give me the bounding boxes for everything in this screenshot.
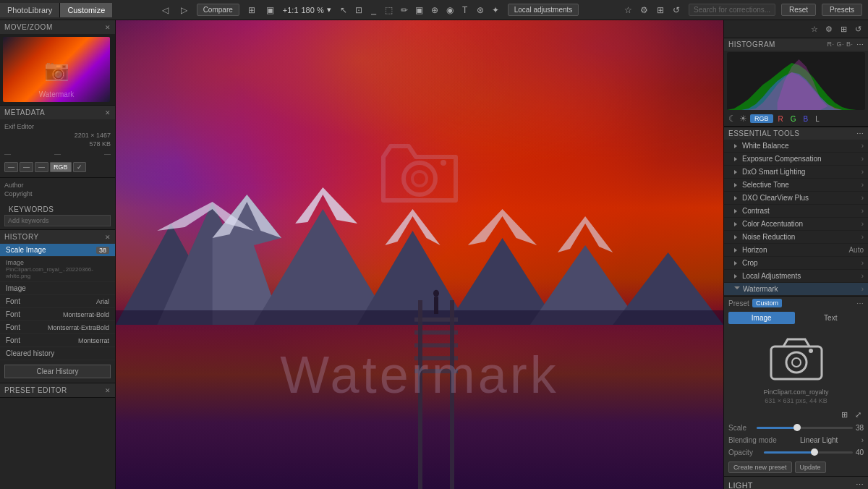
- back-icon[interactable]: ◁: [159, 4, 172, 17]
- star-icon[interactable]: ☆: [809, 23, 820, 35]
- history-header[interactable]: HISTORY ✕: [0, 230, 115, 244]
- tab-customize[interactable]: Customize: [60, 3, 112, 17]
- wm-tab-text[interactable]: Text: [798, 312, 864, 324]
- tool-arrow-watermark: ›: [861, 285, 864, 293]
- keywords-input[interactable]: [4, 215, 111, 226]
- history-item-cleared[interactable]: Cleared history: [0, 347, 115, 360]
- histogram-section: HISTOGRAM R· G· B· ⋯: [724, 38, 868, 127]
- update-button[interactable]: Update: [795, 462, 826, 473]
- preset-editor-title: PRESET EDITOR: [4, 386, 67, 394]
- sun-icon[interactable]: ☀: [739, 114, 747, 124]
- tools-expand-icon: ⋯: [856, 129, 864, 137]
- clear-history-button[interactable]: Clear History: [4, 365, 111, 378]
- ch-btn-check[interactable]: ✓: [73, 162, 86, 172]
- opacity-slider[interactable]: [764, 451, 853, 454]
- brush-icon[interactable]: ✏: [398, 4, 411, 17]
- gear-icon[interactable]: ⚙: [638, 4, 651, 17]
- text-icon[interactable]: T: [459, 4, 472, 17]
- green-channel-tab[interactable]: G: [788, 114, 799, 124]
- scale-slider-thumb: [793, 424, 801, 431]
- font-val-3: Montserrat-ExtraBold: [48, 324, 109, 331]
- history-item-font3[interactable]: Font Montserrat-ExtraBold: [0, 321, 115, 334]
- ch-btn-rgb[interactable]: RGB: [50, 162, 72, 172]
- tool-local-adj[interactable]: Local Adjustments ›: [724, 270, 868, 283]
- compare-button[interactable]: Compare: [197, 4, 239, 16]
- moon-icon[interactable]: ☾: [728, 114, 736, 124]
- clone-icon[interactable]: ⊕: [428, 4, 441, 17]
- wm-tab-image[interactable]: Image: [728, 312, 795, 324]
- camera-preview: [724, 326, 868, 387]
- create-preset-button[interactable]: Create new preset: [728, 462, 792, 473]
- watermark-more-icon[interactable]: ⋯: [856, 299, 864, 307]
- tool-white-balance[interactable]: White Balance ›: [724, 140, 868, 153]
- zoom-minus[interactable]: +1:1: [283, 6, 299, 14]
- history-item-font1[interactable]: Font Arial: [0, 295, 115, 308]
- grid-settings-icon[interactable]: ⊞: [654, 4, 667, 17]
- right-panel-top-icons: ☆ ⚙ ⊞ ↺: [724, 20, 868, 38]
- tool-horizon[interactable]: Horizon Auto: [724, 244, 868, 257]
- watermark-icon[interactable]: ⊛: [474, 4, 487, 17]
- wm-grid-icon[interactable]: ⊞: [838, 409, 850, 420]
- crop-icon[interactable]: ⊡: [352, 4, 365, 17]
- tool-exposure[interactable]: Exposure Compensation ›: [724, 153, 868, 166]
- tool-noise-reduction[interactable]: Noise Reduction ›: [724, 231, 868, 244]
- gear-icon-right[interactable]: ⚙: [823, 23, 835, 35]
- forward-icon[interactable]: ▷: [178, 4, 191, 17]
- history-item-image1[interactable]: Image PinClipart.com_royal_..20220366-wh…: [0, 257, 115, 282]
- preset-editor-header[interactable]: PRESET EDITOR ✕: [0, 383, 115, 397]
- gradient-icon[interactable]: ▣: [413, 4, 426, 17]
- tab-photo-library[interactable]: PhotoLibrary: [0, 3, 60, 17]
- watermark-preset-row: Preset Custom ⋯: [724, 297, 868, 310]
- sun-settings-icon[interactable]: ☆: [622, 4, 635, 17]
- tool-icons: ↖ ⊡ ⎯ ⬚ ✏ ▣ ⊕ ◉ T ⊛ ✦: [337, 4, 502, 17]
- redeye-icon[interactable]: ◉: [443, 4, 456, 17]
- top-bar: PhotoLibrary Customize ◁ ▷ Compare ⊞ ▣ +…: [0, 0, 868, 20]
- single-icon[interactable]: ▣: [264, 4, 277, 17]
- move-zoom-section: MOVE/ZOOM ✕ 📷 Watermark: [0, 20, 115, 106]
- metadata-header[interactable]: METADATA ✕: [0, 106, 115, 119]
- tool-smart-lighting[interactable]: DxO Smart Lighting ›: [724, 166, 868, 179]
- histogram-expand-icon[interactable]: ⋯: [856, 41, 864, 48]
- blue-channel-tab[interactable]: B: [801, 114, 811, 124]
- font-val-2: Montserrat-Bold: [63, 311, 109, 318]
- reload-icon[interactable]: ↺: [852, 23, 864, 35]
- grid-icon[interactable]: ⊞: [245, 4, 258, 17]
- custom-badge[interactable]: Custom: [752, 299, 782, 307]
- scale-slider[interactable]: [757, 427, 853, 429]
- thumb-camera-icon: 📷: [44, 58, 69, 82]
- history-item-image2[interactable]: Image: [0, 282, 115, 295]
- local-adjustments-button[interactable]: Local adjustments: [508, 4, 579, 16]
- presets-button[interactable]: Presets: [822, 4, 862, 16]
- select-icon[interactable]: ⬚: [383, 4, 396, 17]
- eyedrop-icon[interactable]: ✦: [489, 4, 502, 17]
- wm-expand-icon[interactable]: ⤢: [852, 409, 864, 420]
- search-input[interactable]: [689, 4, 775, 16]
- history-item-font4[interactable]: Font Montserrat: [0, 334, 115, 347]
- grid-icon-right[interactable]: ⊞: [838, 23, 849, 35]
- tool-label-selective-tone: Selective Tone: [742, 181, 789, 189]
- move-zoom-header[interactable]: MOVE/ZOOM ✕: [0, 20, 115, 34]
- horizon-icon[interactable]: ⎯: [367, 4, 380, 17]
- bottom-tool-light[interactable]: LIGHT ⋯: [724, 477, 868, 489]
- rgb-tab[interactable]: RGB: [750, 114, 773, 123]
- essential-tools-header[interactable]: ESSENTIAL TOOLS ⋯: [724, 127, 868, 140]
- ch-btn-3[interactable]: —: [35, 162, 48, 172]
- refresh-icon[interactable]: ↺: [670, 4, 683, 17]
- cursor-icon[interactable]: ↖: [337, 4, 350, 17]
- image-label-2: Image: [6, 284, 26, 292]
- ch-btn-2[interactable]: —: [20, 162, 33, 172]
- tool-color-accentuation[interactable]: Color Accentuation ›: [724, 218, 868, 231]
- zoom-dropdown[interactable]: ▾: [327, 5, 331, 14]
- luminance-channel-tab[interactable]: L: [813, 114, 822, 124]
- tool-contrast[interactable]: Contrast ›: [724, 205, 868, 218]
- history-item-font2[interactable]: Font Montserrat-Bold: [0, 308, 115, 321]
- red-channel-tab[interactable]: R: [776, 114, 786, 124]
- tool-selective-tone[interactable]: Selective Tone ›: [724, 179, 868, 192]
- tool-watermark[interactable]: Watermark ›: [724, 283, 868, 296]
- history-item-scale[interactable]: Scale Image 38: [0, 244, 115, 257]
- ch-btn-1[interactable]: —: [4, 162, 18, 172]
- tool-clearview[interactable]: DXO ClearView Plus ›: [724, 192, 868, 205]
- tool-crop[interactable]: Crop ›: [724, 257, 868, 270]
- reset-button[interactable]: Reset: [781, 4, 816, 16]
- triangle-watermark: [734, 286, 740, 292]
